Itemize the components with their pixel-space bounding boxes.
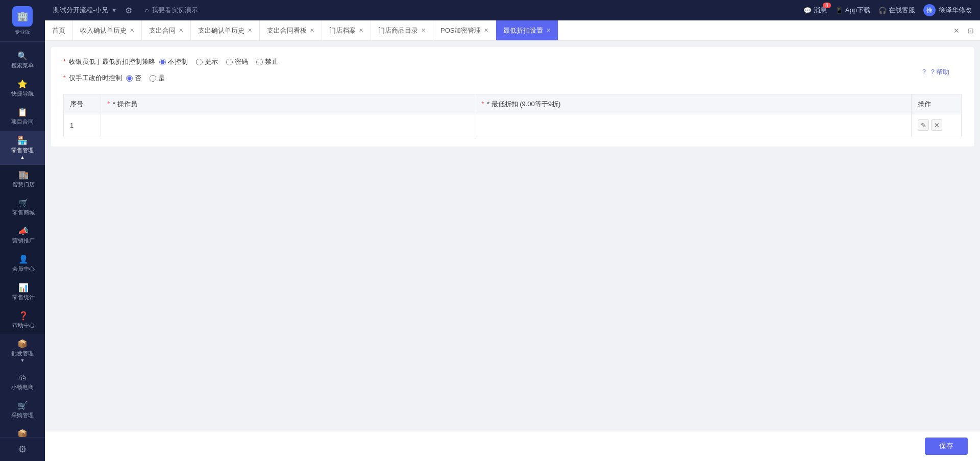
topbar-online-service[interactable]: 🎧 在线客服	[878, 6, 915, 15]
row-delete-button[interactable]: ✕	[931, 119, 942, 131]
help-label: ？帮助	[929, 67, 949, 77]
table-cell-actions: ✎ ✕	[912, 114, 962, 136]
radio-manual-no-input[interactable]	[126, 75, 133, 82]
sidebar-item-inventory[interactable]: 📦 库存核算	[0, 424, 45, 437]
sidebar-item-search[interactable]: 🔍 搜索菜单	[0, 46, 45, 74]
tab-store-file-close[interactable]: ✕	[359, 27, 363, 34]
topbar-message[interactable]: 💬 消息 8	[803, 6, 827, 15]
sidebar-item-retail-mall[interactable]: 🛒 零售商城	[0, 193, 45, 221]
radio-forbid-label: 禁止	[265, 57, 278, 66]
content-footer: 保存	[45, 431, 980, 461]
tab-income-history[interactable]: 收入确认单历史 ✕	[73, 20, 142, 40]
radio-forbid[interactable]: 禁止	[256, 57, 278, 66]
tab-payment-confirm-history-label: 支出确认单历史	[198, 26, 244, 35]
table-cell-min-discount	[475, 114, 912, 136]
sidebar-item-project-contract[interactable]: 📋 项目合同	[0, 102, 45, 130]
project-contract-icon: 📋	[17, 107, 28, 117]
topbar-demo-link[interactable]: ○ 我要看实例演示	[144, 6, 198, 15]
tab-payment-contract-board[interactable]: 支出合同看板 ✕	[260, 20, 322, 40]
tab-pos-password[interactable]: POS加密管理 ✕	[433, 20, 496, 40]
topbar-settings-icon[interactable]: ⚙	[125, 6, 132, 15]
radio-prompt-label: 提示	[205, 57, 218, 66]
radio-prompt-input[interactable]	[196, 59, 203, 65]
radio-forbid-input[interactable]	[256, 59, 263, 65]
tab-home[interactable]: 首页	[45, 20, 73, 40]
sidebar-label-quick-nav: 快捷导航	[11, 90, 34, 97]
sidebar-item-marketing[interactable]: 📣 营销推广	[0, 221, 45, 249]
radio-no-control-input[interactable]	[159, 59, 166, 65]
sidebar-item-member-center[interactable]: 👤 会员中心	[0, 249, 45, 277]
inventory-icon: 📦	[17, 429, 28, 437]
sidebar-label-retail-mall: 零售商城	[12, 209, 35, 216]
radio-manual-yes[interactable]: 是	[150, 74, 165, 83]
retail-mall-icon: 🛒	[18, 198, 29, 208]
tab-store-file[interactable]: 门店档案 ✕	[322, 20, 371, 40]
radio-prompt[interactable]: 提示	[196, 57, 218, 66]
retail-mgmt-arrow: ▲	[20, 155, 25, 160]
col-header-min-discount-text: * 最低折扣 (9.00等于9折)	[487, 100, 560, 108]
sidebar-item-smart-store[interactable]: 🏬 智慧门店	[0, 165, 45, 193]
tab-store-product-close[interactable]: ✕	[421, 27, 426, 34]
topbar-app-download-label: App下载	[845, 6, 870, 15]
manual-control-radio-group: 否 是	[126, 74, 165, 83]
tab-income-history-close[interactable]: ✕	[130, 27, 134, 34]
app-logo-icon: 🏢	[12, 6, 33, 27]
save-button[interactable]: 保存	[925, 438, 968, 455]
sidebar-item-ecommerce[interactable]: 🛍 小畅电商	[0, 368, 45, 396]
tab-min-discount[interactable]: 最低折扣设置 ✕	[496, 20, 558, 40]
sidebar-item-retail-stats[interactable]: 📊 零售统计	[0, 278, 45, 306]
topbar-user[interactable]: 徐 徐泽华修改	[923, 4, 972, 16]
sidebar-label-search: 搜索菜单	[11, 62, 34, 69]
sidebar-bottom: ⚙	[0, 437, 45, 461]
tab-payment-confirm-history[interactable]: 支出确认单历史 ✕	[191, 20, 260, 40]
sidebar-label-project-contract: 项目合同	[11, 118, 34, 125]
app-version-label: 专业版	[15, 29, 30, 35]
radio-manual-yes-input[interactable]	[150, 75, 156, 82]
settings-icon[interactable]: ⚙	[18, 444, 27, 455]
help-link[interactable]: ？ ？帮助	[921, 67, 949, 77]
sidebar-item-retail-mgmt[interactable]: 🏪 零售管理 ▲	[0, 131, 45, 165]
tab-payment-contract-close[interactable]: ✕	[179, 27, 183, 34]
topbar-app-download[interactable]: 📱 App下载	[835, 6, 870, 15]
tab-home-label: 首页	[52, 26, 65, 35]
tab-min-discount-close[interactable]: ✕	[546, 27, 551, 34]
topbar-project-selector[interactable]: 测试分开流程-小兄 ▼	[53, 6, 117, 15]
batch-mgmt-arrow: ▼	[20, 358, 25, 363]
tab-close-all-btn[interactable]: ✕	[951, 26, 962, 36]
sidebar-item-batch-mgmt[interactable]: 📦 批发管理 ▼	[0, 334, 45, 368]
tab-more-btn[interactable]: ⊡	[966, 26, 976, 36]
required-star-2: *	[63, 74, 66, 82]
col-header-seq: 序号	[64, 94, 101, 114]
tab-payment-confirm-history-close[interactable]: ✕	[248, 27, 252, 34]
batch-mgmt-icon: 📦	[17, 339, 28, 349]
smart-store-icon: 🏬	[18, 170, 29, 180]
topbar-demo-icon: ○	[144, 6, 149, 14]
row-edit-button[interactable]: ✎	[918, 119, 929, 131]
radio-no-control[interactable]: 不控制	[159, 57, 188, 66]
sidebar-item-help-center[interactable]: ❓ 帮助中心	[0, 306, 45, 334]
tab-payment-contract-board-close[interactable]: ✕	[310, 27, 314, 34]
table-cell-operator	[101, 114, 475, 136]
retail-mgmt-icon: 🏪	[17, 136, 28, 145]
sidebar-item-purchase[interactable]: 🛒 采购管理	[0, 396, 45, 424]
manual-control-label: * 仅手工改价时控制	[63, 74, 122, 83]
control-policy-radio-group: 不控制 提示 密码 禁	[159, 57, 278, 66]
tab-payment-contract-label: 支出合同	[149, 26, 176, 35]
discount-table: 序号 * * 操作员 * * 最低折扣 (9.00等于9折)	[63, 94, 962, 136]
radio-password-input[interactable]	[226, 59, 233, 65]
radio-password[interactable]: 密码	[226, 57, 248, 66]
tab-store-product[interactable]: 门店商品目录 ✕	[371, 20, 433, 40]
topbar-project-arrow-icon: ▼	[111, 7, 117, 13]
sidebar-label-retail-stats: 零售统计	[12, 294, 35, 301]
table-header-row: 序号 * * 操作员 * * 最低折扣 (9.00等于9折)	[64, 94, 962, 114]
tab-payment-contract-board-label: 支出合同看板	[267, 26, 307, 35]
radio-manual-no[interactable]: 否	[126, 74, 141, 83]
help-icon: ？	[921, 67, 927, 77]
tab-payment-contract[interactable]: 支出合同 ✕	[142, 20, 191, 40]
sidebar-logo: 🏢 专业版	[0, 0, 45, 42]
message-badge: 8	[823, 3, 831, 8]
tab-pos-password-close[interactable]: ✕	[484, 27, 488, 34]
sidebar-label-retail-mgmt: 零售管理	[11, 147, 34, 154]
control-policy-label: * 收银员低于最低折扣控制策略	[63, 57, 155, 66]
sidebar-item-quick-nav[interactable]: ⭐ 快捷导航	[0, 74, 45, 102]
